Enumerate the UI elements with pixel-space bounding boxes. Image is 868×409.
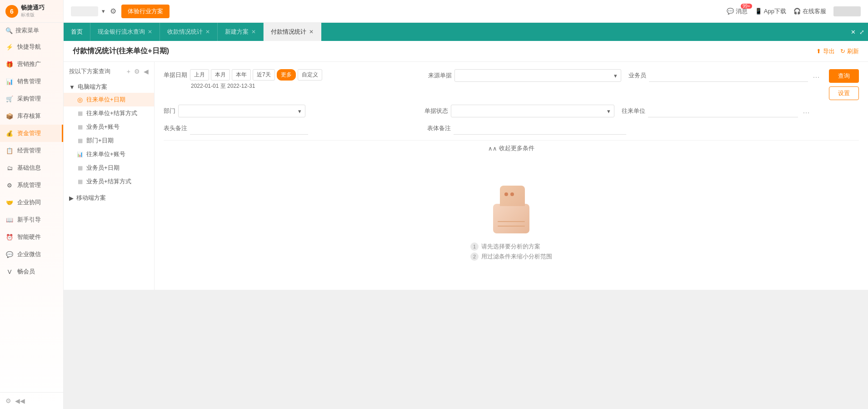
messages-item[interactable]: 💬 消息 99+	[727, 7, 748, 15]
tab-new-scheme[interactable]: 新建方案 ✕	[218, 23, 264, 41]
tab-payment-close[interactable]: ✕	[309, 29, 314, 35]
sidebar-logo: 6	[5, 5, 18, 18]
scheme-settings-button[interactable]: ⚙	[134, 68, 140, 75]
scheme-counterparty-date-label: 往来单位+日期	[86, 96, 125, 104]
shortcut-icon: ⚡	[5, 43, 14, 51]
panel-collapse-button[interactable]: ◀	[144, 68, 149, 75]
sidebar-item-shortcut[interactable]: ⚡ 快捷导航	[0, 38, 63, 56]
tab-home[interactable]: 首页	[64, 23, 90, 41]
page-header: 付款情况统计(往来单位+日期) ⬆ 导出 ↻ 刷新	[64, 41, 868, 62]
scheme-item-dept-date[interactable]: ▦ 部门+日期	[64, 134, 154, 147]
salesperson-more-btn[interactable]: …	[811, 71, 822, 80]
date-btn-7days[interactable]: 近7天	[253, 69, 275, 81]
date-btn-more[interactable]: 更多	[277, 69, 296, 81]
scheme-group-desktop-title[interactable]: ▼ 电脑端方案	[64, 81, 154, 93]
scheme-item-salesperson-settle[interactable]: ▦ 业务员+结算方式	[64, 175, 154, 188]
dept-select[interactable]: ▾	[178, 105, 305, 117]
salesperson-label: 业务员	[629, 71, 646, 80]
sidebar-item-member[interactable]: V 畅会员	[0, 263, 63, 280]
sidebar-item-label-purchase: 采购管理	[17, 95, 41, 103]
sidebar: 6 畅捷通巧 标准版 🔍 搜索菜单 ⚡ 快捷导航 🎁 营销推广 📊 销售管理 🛒	[0, 0, 64, 409]
scheme-group-desktop: ▼ 电脑端方案 ◎ 往来单位+日期 ▦ 往来单位+结算方式 ▦	[64, 79, 154, 190]
sidebar-item-marketing[interactable]: 🎁 营销推广	[0, 56, 63, 73]
scheme-item-counterparty-account[interactable]: 📊 往来单位+账号	[64, 147, 154, 161]
filter-section: 单据日期 上月 本月 本年 近7天 更多 自定义	[155, 62, 868, 156]
sidebar-item-inventory[interactable]: 📦 库存核算	[0, 107, 63, 125]
search-menu-item[interactable]: 🔍 搜索菜单	[0, 23, 63, 38]
app-download-label: App下载	[764, 7, 786, 15]
sidebar-collapse-button[interactable]: ◀◀	[15, 397, 25, 404]
sidebar-item-guide[interactable]: 📖 新手引导	[0, 211, 63, 228]
scheme-salesperson-date-label: 业务员+日期	[86, 164, 120, 172]
online-service-item[interactable]: 🎧 在线客服	[793, 7, 826, 15]
sidebar-item-label-hardware: 智能硬件	[17, 233, 41, 241]
topbar-gear-button[interactable]: ⚙	[109, 7, 118, 16]
export-button[interactable]: ⬆ 导出	[816, 47, 835, 56]
salesperson-input[interactable]	[649, 69, 808, 82]
sidebar-footer: ⚙ ◀◀	[0, 392, 63, 409]
expand-icon[interactable]: ⤢	[859, 29, 864, 35]
sidebar-item-label-member: 畅会员	[17, 268, 35, 276]
close-all-icon[interactable]: ✕	[851, 29, 856, 35]
scheme-item-salesperson-date[interactable]: ▦ 业务员+日期	[64, 161, 154, 175]
robot-line1	[498, 221, 525, 222]
sidebar-settings-button[interactable]: ⚙	[5, 397, 11, 404]
sidebar-item-finance[interactable]: 💰 资金管理	[0, 125, 63, 142]
sidebar-item-enterprise[interactable]: 🤝 企业协同	[0, 194, 63, 211]
sidebar-item-operation[interactable]: 📋 经营管理	[0, 142, 63, 159]
hardware-icon: ⏰	[5, 233, 14, 241]
trial-button[interactable]: 体验行业方案	[121, 5, 170, 18]
tab-receipt[interactable]: 收款情况统计 ✕	[160, 23, 218, 41]
scheme-group-mobile-title[interactable]: ▶ 移动端方案	[64, 192, 154, 204]
scheme-icon-3: ▦	[76, 137, 84, 144]
search-icon: 🔍	[5, 27, 13, 34]
sidebar-item-label-operation: 经营管理	[17, 146, 41, 155]
counterparty-label: 往来单位	[622, 107, 645, 115]
date-btn-last-month[interactable]: 上月	[190, 69, 209, 81]
date-btn-custom[interactable]: 自定义	[298, 69, 322, 81]
collapse-more-btn[interactable]: ∧∧ 收起更多条件	[164, 141, 859, 156]
refresh-button[interactable]: ↻ 刷新	[840, 47, 859, 56]
counterparty-more-btn[interactable]: …	[801, 107, 812, 115]
source-select[interactable]: ▾	[454, 69, 621, 82]
scheme-item-counterparty-settle[interactable]: ▦ 往来单位+结算方式	[64, 106, 154, 120]
sidebar-item-label-guide: 新手引导	[17, 216, 41, 224]
empty-state: 1 请先选择要分析的方案 2 用过滤条件来缩小分析范围	[155, 156, 868, 290]
tip-text-2: 用过滤条件来缩小分析范围	[481, 252, 552, 261]
scheme-icon-2: ▦	[76, 123, 84, 131]
date-btn-this-month[interactable]: 本月	[211, 69, 230, 81]
tip-num-1: 1	[470, 242, 479, 251]
tab-bank-close[interactable]: ✕	[148, 29, 152, 35]
sidebar-item-system[interactable]: ⚙ 系统管理	[0, 177, 63, 194]
topbar-left: ▾ ⚙ 体验行业方案	[71, 5, 719, 18]
tab-new-scheme-close[interactable]: ✕	[251, 29, 256, 35]
setting-button[interactable]: 设置	[829, 86, 859, 100]
query-button[interactable]: 查询	[829, 69, 859, 83]
sidebar-item-purchase[interactable]: 🛒 采购管理	[0, 90, 63, 107]
scheme-item-salesperson-account[interactable]: ▦ 业务员+账号	[64, 120, 154, 134]
sidebar-item-basic[interactable]: 🗂 基础信息	[0, 159, 63, 177]
sidebar-item-sales[interactable]: 📊 销售管理	[0, 73, 63, 90]
tab-payment[interactable]: 付款情况统计 ✕	[264, 23, 321, 41]
enterprise-icon: 🤝	[5, 198, 14, 207]
page-title: 付款情况统计(往来单位+日期)	[73, 46, 169, 56]
table-header-note-input[interactable]	[190, 122, 308, 135]
counterparty-input[interactable]	[648, 105, 798, 117]
scheme-item-counterparty-date[interactable]: ◎ 往来单位+日期	[64, 93, 154, 106]
sidebar-item-hardware[interactable]: ⏰ 智能硬件	[0, 228, 63, 246]
add-scheme-button[interactable]: +	[127, 68, 130, 75]
tab-payment-label: 付款情况统计	[271, 28, 306, 36]
date-range: 2022-01-01 至 2022-12-31	[190, 82, 322, 90]
tip-num-2: 2	[470, 252, 479, 261]
sidebar-item-label-enterprise: 企业协同	[17, 198, 41, 207]
tab-bank[interactable]: 现金银行流水查询 ✕	[90, 23, 160, 41]
date-btn-this-year[interactable]: 本年	[232, 69, 251, 81]
doc-status-select[interactable]: ▾	[451, 105, 614, 117]
scheme-counterparty-settle-label: 往来单位+结算方式	[86, 109, 137, 117]
table-body-note-input[interactable]	[454, 122, 626, 135]
purchase-icon: 🛒	[5, 95, 14, 103]
sidebar-item-wechat[interactable]: 💬 企业微信	[0, 246, 63, 263]
app-download-item[interactable]: 📱 App下载	[755, 7, 786, 15]
topbar-dropdown-icon[interactable]: ▾	[102, 8, 105, 15]
tab-receipt-close[interactable]: ✕	[205, 29, 210, 35]
